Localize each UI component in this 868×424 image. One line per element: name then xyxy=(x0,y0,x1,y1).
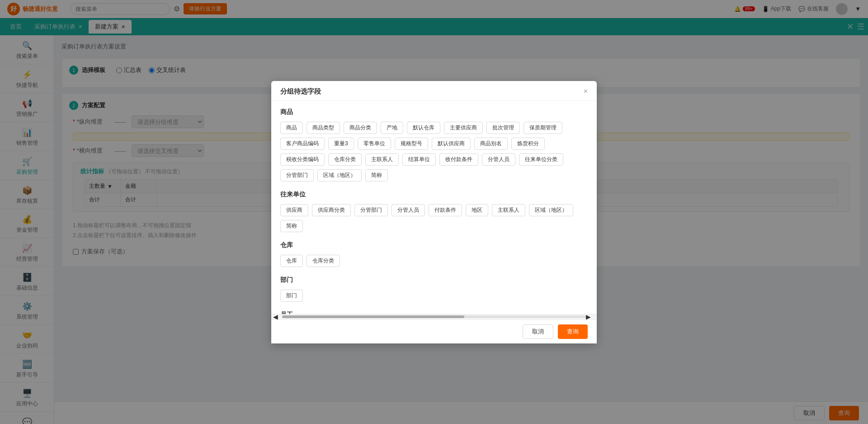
field-tag[interactable]: 仓库分类 xyxy=(328,153,362,166)
group-title-employee: 员工 xyxy=(280,311,588,314)
group-title-dept: 部门 xyxy=(280,276,588,284)
field-tag[interactable]: 分管部门 xyxy=(280,169,314,181)
modal-scrollbar-area: ◀ ▶ xyxy=(271,314,597,319)
field-group-goods: 商品 商品 商品类型 商品分类 产地 默认仓库 主要供应商 批次管理 保质期管理… xyxy=(280,108,588,181)
field-tag[interactable]: 主要供应商 xyxy=(444,122,483,134)
field-tag[interactable]: 主联系人 xyxy=(365,153,399,166)
field-tag[interactable]: 仓库分类 xyxy=(307,255,340,267)
field-tag[interactable]: 收付款条件 xyxy=(439,153,478,166)
field-tag[interactable]: 商品类型 xyxy=(307,122,340,134)
scrollbar-thumb xyxy=(282,315,464,318)
field-tags-goods: 商品 商品类型 商品分类 产地 默认仓库 主要供应商 批次管理 保质期管理 客户… xyxy=(280,122,588,181)
field-tag[interactable]: 区域（地区） xyxy=(529,204,573,216)
field-tag[interactable]: 产地 xyxy=(381,122,403,134)
scrollbar-track[interactable] xyxy=(282,315,586,318)
modal: 分组待选字段 × 商品 商品 商品类型 商品分类 产地 默认仓库 主要供应商 批… xyxy=(271,81,597,343)
field-tag[interactable]: 简称 xyxy=(280,220,303,232)
field-tags-dept: 部门 xyxy=(280,290,588,302)
field-group-dept: 部门 部门 xyxy=(280,276,588,302)
field-tag[interactable]: 重量3 xyxy=(328,138,354,150)
field-tag[interactable]: 商品分类 xyxy=(344,122,377,134)
group-title-warehouse: 仓库 xyxy=(280,241,588,249)
overlay: 分组待选字段 × 商品 商品 商品类型 商品分类 产地 默认仓库 主要供应商 批… xyxy=(0,0,868,424)
field-tag[interactable]: 保质期管理 xyxy=(524,122,562,134)
field-tag[interactable]: 分管人员 xyxy=(482,153,515,166)
field-tag[interactable]: 部门 xyxy=(280,290,303,302)
confirm-button[interactable]: 查询 xyxy=(558,324,588,339)
field-tag[interactable]: 商品 xyxy=(280,122,303,134)
modal-body: 商品 商品 商品类型 商品分类 产地 默认仓库 主要供应商 批次管理 保质期管理… xyxy=(271,101,597,314)
field-tag[interactable]: 分管部门 xyxy=(354,204,388,216)
field-group-partner: 往来单位 供应商 供应商分类 分管部门 分管人员 付款条件 地区 主联系人 区域… xyxy=(280,191,588,232)
field-tags-partner: 供应商 供应商分类 分管部门 分管人员 付款条件 地区 主联系人 区域（地区） … xyxy=(280,204,588,232)
field-tag[interactable]: 炼货积分 xyxy=(511,138,545,150)
field-tag[interactable]: 简称 xyxy=(365,169,388,181)
field-tag[interactable]: 供应商分类 xyxy=(312,204,351,216)
field-tag[interactable]: 批次管理 xyxy=(486,122,520,134)
field-tag[interactable]: 默认供应商 xyxy=(432,138,471,150)
field-tag[interactable]: 客户商品编码 xyxy=(280,138,325,150)
field-tag[interactable]: 供应商 xyxy=(280,204,308,216)
field-group-warehouse: 仓库 仓库 仓库分类 xyxy=(280,241,588,267)
modal-close-button[interactable]: × xyxy=(584,87,588,95)
field-tag[interactable]: 主联系人 xyxy=(492,204,525,216)
modal-footer: 取消 查询 xyxy=(271,319,597,343)
group-title-goods: 商品 xyxy=(280,108,588,116)
field-tag[interactable]: 规格型号 xyxy=(395,138,428,150)
field-tag[interactable]: 结算单位 xyxy=(402,153,436,166)
field-tag[interactable]: 地区 xyxy=(466,204,488,216)
field-tag[interactable]: 往来单位分类 xyxy=(519,153,563,166)
field-tag[interactable]: 税收分类编码 xyxy=(280,153,325,166)
field-group-employee: 员工 业务员 xyxy=(280,311,588,314)
modal-header: 分组待选字段 × xyxy=(271,81,597,101)
modal-title: 分组待选字段 xyxy=(280,87,321,96)
field-tag[interactable]: 分管人员 xyxy=(392,204,425,216)
cancel-button[interactable]: 取消 xyxy=(523,324,553,339)
field-tag[interactable]: 商品别名 xyxy=(474,138,508,150)
group-title-partner: 往来单位 xyxy=(280,191,588,199)
field-tag[interactable]: 零售单位 xyxy=(358,138,391,150)
field-tag[interactable]: 仓库 xyxy=(280,255,303,267)
field-tags-warehouse: 仓库 仓库分类 xyxy=(280,255,588,267)
field-tag[interactable]: 默认仓库 xyxy=(407,122,440,134)
field-tag[interactable]: 区域（地区） xyxy=(317,169,362,181)
field-tag[interactable]: 付款条件 xyxy=(429,204,462,216)
